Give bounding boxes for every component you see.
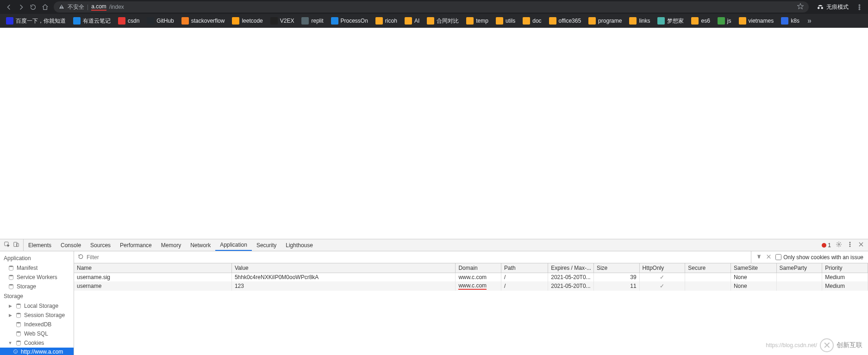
column-header[interactable]: SameParty — [776, 263, 822, 273]
table-row[interactable]: username.sig 5hhk0c4reNXKiIP0M0ooWPcr8kA… — [74, 273, 868, 282]
svg-point-7 — [849, 242, 850, 243]
sidebar-item-manifest[interactable]: Manifest — [0, 263, 74, 273]
bookmark-item[interactable]: ProcessOn — [328, 16, 371, 26]
devtools-tab-elements[interactable]: Elements — [24, 239, 56, 251]
bookmark-item[interactable]: vietnames — [736, 16, 777, 26]
bookmark-item[interactable]: 百度一下，你就知道 — [3, 16, 69, 26]
forward-button[interactable] — [15, 1, 27, 13]
sidebar-item-session-storage[interactable]: ▶Session Storage — [0, 311, 74, 320]
bookmark-item[interactable]: ricoh — [372, 16, 400, 26]
browser-toolbar: 不安全 | a.com/index 无痕模式 — [0, 0, 868, 14]
bookmark-item[interactable]: GitHub — [144, 16, 177, 26]
bookmarks-bar: 百度一下，你就知道有道云笔记csdnGitHubstackoverflowlee… — [0, 14, 868, 28]
svg-point-17 — [17, 341, 21, 342]
devtools-tab-performance[interactable]: Performance — [115, 239, 156, 251]
bookmark-item[interactable]: temp — [463, 16, 492, 26]
settings-icon[interactable] — [836, 241, 842, 249]
sidebar-item-label: IndexedDB — [24, 321, 51, 328]
devtools-tab-console[interactable]: Console — [56, 239, 86, 251]
warning-icon — [58, 3, 65, 11]
refresh-icon[interactable] — [78, 254, 84, 261]
cell-expires: 2021-05-20T0... — [548, 273, 594, 282]
bookmark-item[interactable]: office365 — [546, 16, 585, 26]
column-header[interactable]: Name — [74, 263, 231, 273]
address-bar[interactable]: 不安全 | a.com/index — [54, 1, 809, 12]
home-button[interactable] — [39, 1, 51, 13]
cookie-origin-label: http://www.a.com — [21, 349, 63, 355]
bookmark-favicon-icon — [375, 17, 383, 25]
only-issue-checkbox[interactable]: Only show cookies with an issue — [775, 254, 863, 261]
svg-point-16 — [17, 331, 21, 333]
browser-menu-icon[interactable] — [853, 1, 865, 13]
tree-toggle-icon[interactable]: ▼ — [8, 341, 12, 345]
sidebar-item-indexeddb[interactable]: IndexedDB — [0, 320, 74, 329]
column-header[interactable]: Path — [501, 263, 548, 273]
incognito-label: 无痕模式 — [826, 3, 849, 11]
column-header[interactable]: Priority — [822, 263, 868, 273]
svg-point-12 — [9, 284, 13, 286]
sidebar-cookie-origin[interactable]: http://www.a.com — [0, 348, 74, 355]
bookmark-label: ricoh — [385, 18, 397, 24]
column-header[interactable]: SameSite — [731, 263, 776, 273]
devtools-tab-lighthouse[interactable]: Lighthouse — [281, 239, 318, 251]
column-header[interactable]: HttpOnly — [639, 263, 685, 273]
devtools-tab-security[interactable]: Security — [252, 239, 281, 251]
bookmark-label: es6 — [701, 18, 710, 24]
tree-toggle-icon[interactable]: ▶ — [8, 313, 12, 318]
column-header[interactable]: Expires / Max-... — [548, 263, 594, 273]
sidebar-group-application: Application — [0, 253, 74, 263]
devtools-tab-sources[interactable]: Sources — [86, 239, 115, 251]
bookmark-favicon-icon — [523, 17, 530, 25]
column-header[interactable]: Size — [593, 263, 639, 273]
bookmark-item[interactable]: replit — [298, 16, 326, 26]
bookmark-item[interactable]: links — [626, 16, 653, 26]
url-host: a.com — [91, 3, 106, 11]
sidebar-group-storage: Storage — [0, 291, 74, 301]
sidebar-item-service-workers[interactable]: Service Workers — [0, 273, 74, 282]
bookmark-item[interactable]: stackoverflow — [178, 16, 228, 26]
sidebar-item-web-sql[interactable]: Web SQL — [0, 329, 74, 338]
incognito-indicator: 无痕模式 — [816, 3, 849, 11]
devtools-tab-application[interactable]: Application — [215, 239, 252, 251]
bookmark-item[interactable]: utils — [493, 16, 518, 26]
back-button[interactable] — [3, 1, 15, 13]
bookmarks-overflow-icon[interactable]: » — [804, 17, 815, 25]
sidebar-item-local-storage[interactable]: ▶Local Storage — [0, 301, 74, 311]
column-header[interactable]: Domain — [456, 263, 501, 273]
bookmark-item[interactable]: leetcode — [229, 16, 266, 26]
delete-icon[interactable] — [766, 254, 772, 261]
table-row[interactable]: username 123 www.c.com / 2021-05-20T0...… — [74, 281, 868, 291]
bookmark-favicon-icon — [405, 17, 412, 25]
filter-input[interactable] — [87, 254, 747, 261]
bookmark-item[interactable]: 梦想家 — [654, 16, 687, 26]
reload-button[interactable] — [27, 1, 39, 13]
bookmark-item[interactable]: csdn — [115, 16, 143, 26]
bookmark-item[interactable]: V2EX — [267, 16, 298, 26]
inspect-icon[interactable] — [4, 241, 10, 249]
bookmark-item[interactable]: AI — [401, 16, 423, 26]
bookmark-favicon-icon — [588, 17, 596, 25]
devtools-tab-memory[interactable]: Memory — [156, 239, 186, 251]
devtools-menu-icon[interactable] — [847, 241, 853, 249]
bookmark-item[interactable]: k8s — [778, 16, 803, 26]
bookmark-favicon-icon — [181, 17, 189, 25]
tree-toggle-icon[interactable]: ▶ — [8, 304, 12, 308]
close-icon[interactable] — [858, 241, 864, 249]
devtools-tab-network[interactable]: Network — [186, 239, 215, 251]
column-header[interactable]: Secure — [685, 263, 731, 273]
bookmark-item[interactable]: js — [714, 16, 735, 26]
bookmark-star-icon[interactable] — [797, 3, 804, 12]
bookmark-item[interactable]: doc — [519, 16, 544, 26]
bookmark-item[interactable]: 合同对比 — [424, 16, 462, 26]
error-count-badge[interactable]: 1 — [822, 242, 831, 249]
cookies-table[interactable]: NameValueDomainPathExpires / Max-...Size… — [74, 263, 868, 355]
device-toggle-icon[interactable] — [13, 241, 19, 249]
bookmark-item[interactable]: programe — [585, 16, 625, 26]
bookmark-item[interactable]: es6 — [688, 16, 713, 26]
cell-priority: Medium — [822, 273, 868, 282]
column-header[interactable]: Value — [231, 263, 456, 273]
clear-filter-icon[interactable] — [756, 254, 762, 261]
sidebar-item-cookies[interactable]: ▼Cookies — [0, 338, 74, 348]
bookmark-item[interactable]: 有道云笔记 — [70, 16, 114, 26]
sidebar-item-storage[interactable]: Storage — [0, 282, 74, 291]
